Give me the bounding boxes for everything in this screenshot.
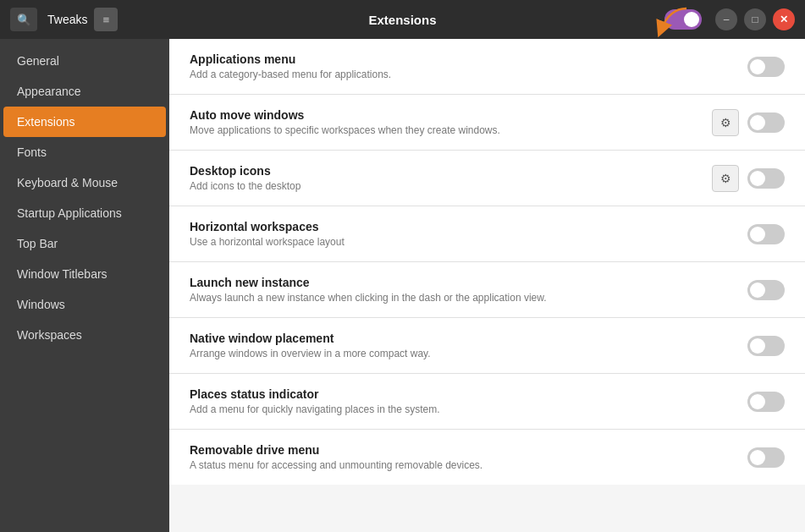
extension-row-desktop-icons: Desktop iconsAdd icons to the desktop⚙ — [169, 151, 805, 206]
sidebar-item-window-titlebars[interactable]: Window Titlebars — [3, 259, 166, 289]
extension-info-launch-new-instance: Launch new instanceAlways launch a new i… — [190, 276, 747, 304]
extension-controls-native-window-placement — [747, 336, 785, 356]
extension-row-applications-menu: Applications menuAdd a category-based me… — [169, 39, 805, 95]
sidebar-item-extensions[interactable]: Extensions — [3, 107, 166, 137]
extension-desc-removable-drive-menu: A status menu for accessing and unmounti… — [190, 459, 747, 471]
main-layout: General Appearance Extensions Fonts Keyb… — [0, 39, 805, 532]
menu-icon: ≡ — [103, 14, 110, 26]
sidebar-item-workspaces[interactable]: Workspaces — [3, 320, 166, 350]
extension-desc-applications-menu: Add a category-based menu for applicatio… — [190, 69, 747, 80]
extension-controls-launch-new-instance — [747, 280, 785, 300]
sidebar-item-keyboard-mouse[interactable]: Keyboard & Mouse — [3, 167, 166, 198]
gear-icon: ⚙ — [720, 116, 731, 129]
minimize-button[interactable]: – — [715, 8, 737, 30]
extension-desc-desktop-icons: Add icons to the desktop — [190, 180, 712, 192]
extension-title-applications-menu: Applications menu — [190, 52, 747, 66]
extension-title-launch-new-instance: Launch new instance — [190, 276, 747, 289]
extension-info-auto-move-windows: Auto move windowsMove applications to sp… — [190, 108, 712, 136]
extension-toggle-horizontal-workspaces[interactable] — [747, 224, 785, 244]
extension-row-launch-new-instance: Launch new instanceAlways launch a new i… — [169, 262, 805, 318]
sidebar-item-fonts[interactable]: Fonts — [3, 137, 166, 167]
search-icon: 🔍 — [17, 14, 31, 26]
window-title: Extensions — [368, 13, 436, 27]
extension-toggle-desktop-icons[interactable] — [747, 168, 785, 189]
extension-row-removable-drive-menu: Removable drive menuA status menu for ac… — [169, 430, 805, 485]
close-button[interactable]: ✕ — [773, 8, 795, 30]
extension-title-desktop-icons: Desktop icons — [190, 164, 712, 178]
extension-toggle-launch-new-instance[interactable] — [747, 280, 785, 300]
sidebar-item-windows[interactable]: Windows — [3, 289, 166, 320]
sidebar-item-startup-applications[interactable]: Startup Applications — [3, 198, 166, 228]
extension-controls-auto-move-windows: ⚙ — [712, 109, 785, 136]
extension-desc-auto-move-windows: Move applications to specific workspaces… — [190, 124, 712, 136]
app-name: Tweaks — [47, 13, 87, 26]
extensions-content: Applications menuAdd a category-based me… — [169, 39, 805, 532]
gear-button-desktop-icons[interactable]: ⚙ — [712, 165, 739, 192]
extension-controls-places-status-indicator — [747, 392, 785, 412]
extension-controls-applications-menu — [747, 57, 785, 77]
extension-toggle-applications-menu[interactable] — [747, 57, 785, 77]
sidebar-item-appearance[interactable]: Appearance — [3, 76, 166, 107]
sidebar-item-top-bar[interactable]: Top Bar — [3, 228, 166, 259]
sidebar: General Appearance Extensions Fonts Keyb… — [0, 39, 169, 532]
minimize-icon: – — [724, 14, 730, 25]
extension-info-places-status-indicator: Places status indicatorAdd a menu for qu… — [190, 387, 747, 415]
extension-controls-desktop-icons: ⚙ — [712, 165, 785, 192]
extension-info-horizontal-workspaces: Horizontal workspacesUse a horizontal wo… — [190, 220, 747, 248]
extension-toggle-native-window-placement[interactable] — [747, 336, 785, 356]
extension-desc-native-window-placement: Arrange windows in overview in a more co… — [190, 348, 747, 359]
extension-info-desktop-icons: Desktop iconsAdd icons to the desktop — [190, 164, 712, 192]
window-controls: – □ ✕ — [664, 8, 795, 30]
gear-button-auto-move-windows[interactable]: ⚙ — [712, 109, 739, 136]
maximize-button[interactable]: □ — [744, 8, 766, 30]
extensions-master-toggle[interactable] — [664, 9, 702, 30]
extension-desc-launch-new-instance: Always launch a new instance when clicki… — [190, 292, 747, 304]
extension-controls-removable-drive-menu — [747, 447, 785, 468]
extension-controls-horizontal-workspaces — [747, 224, 785, 244]
extension-title-places-status-indicator: Places status indicator — [190, 387, 747, 401]
extension-row-native-window-placement: Native window placementArrange windows i… — [169, 318, 805, 374]
extension-desc-horizontal-workspaces: Use a horizontal workspace layout — [190, 236, 747, 248]
extension-toggle-removable-drive-menu[interactable] — [747, 447, 785, 468]
extension-desc-places-status-indicator: Add a menu for quickly navigating places… — [190, 403, 747, 415]
sidebar-item-general[interactable]: General — [3, 46, 166, 76]
extension-info-native-window-placement: Native window placementArrange windows i… — [190, 332, 747, 359]
extension-info-applications-menu: Applications menuAdd a category-based me… — [190, 52, 747, 80]
extension-row-horizontal-workspaces: Horizontal workspacesUse a horizontal wo… — [169, 206, 805, 262]
extension-toggle-places-status-indicator[interactable] — [747, 392, 785, 412]
maximize-icon: □ — [752, 14, 758, 25]
gear-icon: ⚙ — [720, 172, 731, 185]
extension-title-removable-drive-menu: Removable drive menu — [190, 443, 747, 457]
extension-title-native-window-placement: Native window placement — [190, 332, 747, 345]
extension-row-auto-move-windows: Auto move windowsMove applications to sp… — [169, 95, 805, 151]
search-button[interactable]: 🔍 — [10, 8, 37, 31]
menu-button[interactable]: ≡ — [94, 8, 118, 31]
titlebar: 🔍 Tweaks ≡ Extensions – □ ✕ — [0, 0, 805, 39]
close-icon: ✕ — [780, 14, 788, 25]
extension-info-removable-drive-menu: Removable drive menuA status menu for ac… — [190, 443, 747, 471]
extension-title-auto-move-windows: Auto move windows — [190, 108, 712, 122]
extension-title-horizontal-workspaces: Horizontal workspaces — [190, 220, 747, 233]
extension-row-places-status-indicator: Places status indicatorAdd a menu for qu… — [169, 374, 805, 430]
extension-toggle-auto-move-windows[interactable] — [747, 112, 785, 133]
